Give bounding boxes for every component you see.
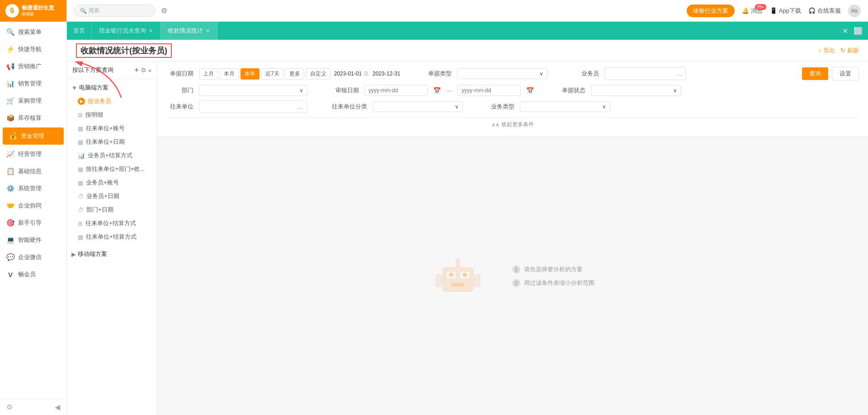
date-btn-last-month[interactable]: 上月 bbox=[199, 68, 218, 80]
scheme-collapse-icon[interactable]: « bbox=[148, 67, 151, 74]
svg-rect-0 bbox=[442, 267, 474, 292]
filter-row-2: 部门 ∨ 审核日期 📅 — 📅 单据状态 bbox=[166, 85, 859, 96]
counterpart-more-btn[interactable]: ... bbox=[297, 103, 303, 111]
query-btn[interactable]: 查询 bbox=[802, 67, 828, 80]
scheme-by-counterpart-dept[interactable]: ▦ 按往来单位+部门+收... bbox=[67, 162, 157, 176]
sidebar-item-member[interactable]: V 畅会员 bbox=[0, 266, 66, 283]
tab-bank-flow-close[interactable]: ✕ bbox=[149, 28, 153, 34]
enterprise-icon: 🤝 bbox=[6, 202, 14, 210]
close-window-icon[interactable]: ✕ bbox=[842, 27, 848, 35]
messages-btn[interactable]: 🔔 消息 99+ bbox=[742, 7, 763, 15]
content-area: 按以下方案查询 + ⚙ « ▼ 电脑端方案 ▶ 按业务员 ⊞ 按明细 bbox=[67, 61, 868, 415]
review-date-label: 审核日期 bbox=[332, 86, 359, 94]
system-icon: ⚙️ bbox=[6, 184, 14, 193]
sidebar-item-base[interactable]: 📋 基础信息 bbox=[0, 163, 66, 180]
sidebar-item-wechat[interactable]: 💬 企业微信 bbox=[0, 249, 66, 266]
counterpart-type-chevron: ∨ bbox=[455, 104, 459, 110]
mobile-scheme-group: ▶ 移动端方案 bbox=[67, 245, 157, 263]
app-logo: 6 畅捷通好生意 标准版 bbox=[0, 0, 66, 22]
desktop-scheme-group: ▼ 电脑端方案 ▶ 按业务员 ⊞ 按明细 ▦ 往来单位+账号 ▦ 往来单位 bbox=[67, 79, 157, 245]
mobile-group-header[interactable]: ▶ 移动端方案 bbox=[67, 247, 157, 261]
filter-row-3: 往来单位 ... 往来单位分类 ∨ 业务类型 ∨ bbox=[166, 100, 859, 113]
active-dot: ▶ bbox=[78, 98, 85, 105]
doc-type-select[interactable]: ∨ bbox=[457, 68, 547, 79]
sidebar-item-guide[interactable]: 🎯 新手引导 bbox=[0, 214, 66, 231]
scheme-by-salesman[interactable]: ▶ 按业务员 bbox=[67, 94, 157, 108]
export-btn[interactable]: ↑ 导出 bbox=[819, 47, 835, 55]
logo-text: 畅捷通好生意 标准版 bbox=[22, 5, 54, 17]
biz-type-chevron: ∨ bbox=[602, 104, 606, 110]
dept-select[interactable]: ∨ bbox=[199, 85, 307, 96]
desktop-group-header[interactable]: ▼ 电脑端方案 bbox=[67, 81, 157, 94]
member-icon: V bbox=[6, 270, 14, 278]
svg-point-3 bbox=[449, 273, 453, 277]
date-btn-custom[interactable]: 自定义 bbox=[306, 68, 330, 80]
date-btn-this-month[interactable]: 本月 bbox=[220, 68, 239, 80]
sidebar-item-sales[interactable]: 📊 销售管理 bbox=[0, 75, 66, 92]
topbar-gear-icon[interactable]: ⚙ bbox=[161, 6, 167, 15]
sidebar-item-quick-nav[interactable]: ⚡ 快捷导航 bbox=[0, 41, 66, 58]
settings-btn[interactable]: 设置 bbox=[832, 67, 859, 80]
online-service-btn[interactable]: 🎧 在线客服 bbox=[808, 7, 841, 15]
biz-type-select[interactable]: ∨ bbox=[520, 101, 610, 112]
scheme-counterpart-account[interactable]: ▦ 往来单位+账号 bbox=[67, 122, 157, 135]
sidebar-item-search-menu[interactable]: 🔍 搜索菜单 bbox=[0, 24, 66, 41]
date-btn-7days[interactable]: 近7天 bbox=[261, 68, 283, 80]
page-header: 收款情况统计(按业务员) ↑ 导出 ↻ 刷新 bbox=[67, 40, 868, 61]
review-date-from-cal[interactable]: 📅 bbox=[433, 87, 441, 94]
salesman-more-btn[interactable]: ... bbox=[676, 70, 682, 78]
doc-status-select[interactable]: ∨ bbox=[591, 85, 681, 96]
refresh-btn[interactable]: ↻ 刷新 bbox=[840, 47, 859, 55]
scheme-counterpart-settle1[interactable]: ⊞ 往来单位+结算方式 bbox=[67, 217, 157, 230]
scheme-salesman-account[interactable]: ▦ 业务员+账号 bbox=[67, 176, 157, 189]
scheme-counterpart-settle2[interactable]: ▦ 往来单位+结算方式 bbox=[67, 230, 157, 244]
sidebar-item-marketing[interactable]: 📢 营销推广 bbox=[0, 58, 66, 75]
counterpart-select[interactable]: ... bbox=[199, 100, 307, 113]
sidebar-item-enterprise[interactable]: 🤝 企业协同 bbox=[0, 197, 66, 214]
detail-icon: ⊞ bbox=[78, 112, 83, 118]
svg-point-4 bbox=[462, 273, 467, 277]
collapse-btn[interactable]: ∧∧ 收起更多条件 bbox=[166, 118, 859, 131]
scheme-counterpart-date[interactable]: ▦ 往来单位+日期 bbox=[67, 135, 157, 149]
cd-icon: ▦ bbox=[78, 139, 83, 146]
sidebar-item-inventory[interactable]: 📦 库存核算 bbox=[0, 109, 66, 127]
maximize-icon[interactable]: ⬜ bbox=[854, 27, 863, 35]
counterpart-type-select[interactable]: ∨ bbox=[373, 101, 463, 112]
scheme-settings-icon[interactable]: ⚙ bbox=[141, 66, 146, 74]
scheme-salesman-date[interactable]: ⏱ 业务员+日期 bbox=[67, 189, 157, 203]
demo-btn[interactable]: 体验行业方案 bbox=[687, 5, 735, 17]
empty-illustration bbox=[431, 249, 485, 303]
tab-bank-flow[interactable]: 现金银行流水查询 ✕ bbox=[92, 22, 160, 40]
tab-home[interactable]: 首页 bbox=[67, 22, 92, 40]
sidebar-item-finance[interactable]: 💰 资金管理 bbox=[3, 127, 64, 145]
tab-collection-stats[interactable]: 收款情况统计 ✕ bbox=[160, 22, 217, 40]
topbar: 🔍 搜索 ⚙ 体验行业方案 🔔 消息 99+ 📱 App下载 🎧 在线客服 Ri… bbox=[67, 0, 868, 22]
dd-icon: ⏱ bbox=[78, 207, 84, 213]
sidebar-item-purchase[interactable]: 🛒 采购管理 bbox=[0, 92, 66, 109]
date-group: 上月 本月 本年 近7天 更多 自定义 2023-01-01 至 2023-12… bbox=[199, 68, 400, 80]
scheme-salesman-settle[interactable]: 📊 业务员+结算方式 bbox=[67, 149, 157, 162]
app-download-btn[interactable]: 📱 App下载 bbox=[770, 7, 801, 15]
logo-icon: 6 bbox=[5, 4, 19, 18]
svg-rect-9 bbox=[474, 274, 481, 288]
sidebar-item-hardware[interactable]: 💻 智能硬件 bbox=[0, 231, 66, 249]
date-btn-this-year[interactable]: 本年 bbox=[241, 68, 259, 80]
scheme-by-detail[interactable]: ⊞ 按明细 bbox=[67, 108, 157, 122]
sidebar-item-system[interactable]: ⚙️ 系统管理 bbox=[0, 180, 66, 197]
scheme-dept-date[interactable]: ⏱ 部门+日期 bbox=[67, 203, 157, 217]
cpd-icon: ▦ bbox=[78, 166, 83, 173]
doc-status-label: 单据状态 bbox=[558, 86, 585, 94]
date-btn-more[interactable]: 更多 bbox=[285, 68, 304, 80]
salesman-select[interactable]: ... bbox=[604, 67, 686, 80]
user-avatar[interactable]: Rit bbox=[848, 5, 861, 17]
tab-collection-stats-close[interactable]: ✕ bbox=[206, 28, 210, 34]
add-scheme-icon[interactable]: + bbox=[134, 66, 138, 74]
review-date-to-cal[interactable]: 📅 bbox=[526, 87, 534, 94]
review-date-to[interactable] bbox=[458, 85, 521, 96]
topbar-right: 体验行业方案 🔔 消息 99+ 📱 App下载 🎧 在线客服 Rit bbox=[687, 5, 861, 17]
collapse-footer-icon[interactable]: ◀ bbox=[55, 403, 60, 411]
settings-footer-icon[interactable]: ⚙ bbox=[6, 403, 13, 411]
review-date-from[interactable] bbox=[364, 85, 428, 96]
sidebar-item-operation[interactable]: 📈 经营管理 bbox=[0, 146, 66, 163]
topbar-search[interactable]: 🔍 搜索 bbox=[74, 5, 156, 17]
